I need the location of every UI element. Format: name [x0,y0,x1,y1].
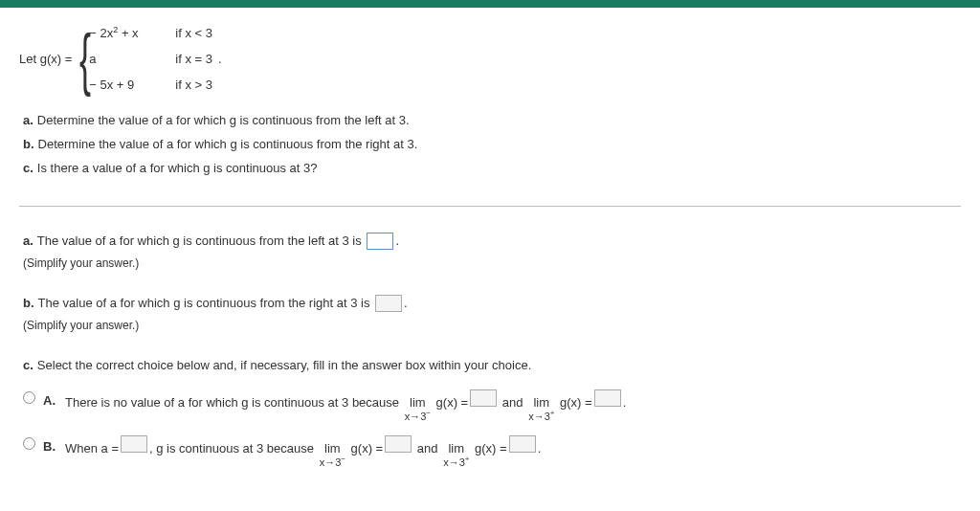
choice-a-radio[interactable] [23,391,35,404]
lim-func: g(x) = [560,391,592,413]
and-text: and [502,391,523,413]
and-text: and [417,437,438,459]
case-cond: if x < 3 [175,26,212,40]
choice-b-label: B. [43,435,56,457]
choice-a-lim1-input[interactable] [470,389,497,407]
choice-b-body: When a = , g is continuous at 3 because … [65,435,541,468]
lim-func: g(x) = [436,391,469,413]
case-cond: if x = 3 [175,52,212,66]
choice-b-pre2: , g is continuous at 3 because [149,437,314,459]
left-brace: { [79,24,91,93]
question-a: a.Determine the value of a for which g i… [23,111,961,131]
lim-top: lim [324,442,341,455]
lim-bot: x→3− [320,455,345,468]
answer-b: b.The value of a for which g is continuo… [23,292,961,337]
limit-right: lim x→3+ [443,442,469,468]
case-row-3: − 5x + 9 if x > 3 [89,78,212,92]
period: . [395,233,399,248]
choice-a-pre: There is no value of a for which g is co… [65,391,399,413]
case-expr: − 2x2 + x [89,25,166,40]
period: . [538,437,542,459]
question-text: Determine the value of a for which g is … [38,137,418,151]
content-area: Let g(x) = { − 2x2 + x if x < 3 a if x =… [0,8,980,511]
choice-b-lim1-input[interactable] [385,435,412,453]
question-list: a.Determine the value of a for which g i… [23,111,961,178]
period: . [623,391,627,413]
divider [19,206,961,207]
choice-a-body: There is no value of a for which g is co… [65,389,626,422]
piecewise-brace: { − 2x2 + x if x < 3 a if x = 3 − 5x + 9… [78,19,212,98]
answer-a: a.The value of a for which g is continuo… [23,230,961,275]
case-expr: a [89,52,166,66]
lim-func: g(x) = [475,437,507,459]
choice-a-row: A. There is no value of a for which g is… [23,389,961,422]
question-b: b.Determine the value of a for which g i… [23,135,961,155]
lim-top: lim [533,396,549,410]
limit-left: lim x→3− [405,396,431,422]
choice-b-pre1: When a = [65,437,119,459]
lim-bot: x→3+ [528,410,554,422]
answer-text: The value of a for which g is continuous… [37,233,362,248]
case-expr: − 5x + 9 [89,78,166,92]
answer-b-hint: (Simplify your answer.) [23,316,961,337]
period: . [404,296,408,310]
lim-bot: x→3− [405,410,431,422]
limit-right: lim x→3+ [528,396,554,422]
lim-top: lim [448,442,464,455]
lim-bot: x→3+ [443,455,469,468]
limit-left: lim x→3− [320,442,345,468]
answer-b-input[interactable] [375,295,402,312]
question-text: Determine the value of a for which g is … [37,113,410,127]
case-row-1: − 2x2 + x if x < 3 [89,25,212,40]
question-text: Is there a value of a for which g is con… [37,161,318,175]
choice-b-a-input[interactable] [121,435,147,453]
lim-top: lim [410,396,426,410]
function-definition: Let g(x) = { − 2x2 + x if x < 3 a if x =… [19,19,961,98]
answer-text: Select the correct choice below and, if … [37,358,531,372]
choice-a-label: A. [43,389,56,411]
piecewise-cases: − 2x2 + x if x < 3 a if x = 3 − 5x + 9 i… [89,19,212,98]
question-c: c.Is there a value of a for which g is c… [23,159,961,179]
case-cond: if x > 3 [175,78,212,92]
answer-a-hint: (Simplify your answer.) [23,254,961,275]
choice-a-lim2-input[interactable] [594,389,621,407]
choice-b-lim2-input[interactable] [509,435,536,453]
answer-section: a.The value of a for which g is continuo… [23,230,961,468]
choice-b-row: B. When a = , g is continuous at 3 becau… [23,435,961,468]
choice-b-radio[interactable] [23,437,35,450]
answer-text: The value of a for which g is continuous… [38,296,370,310]
lim-func: g(x) = [351,437,384,459]
answer-a-input[interactable] [367,233,393,250]
case-row-2: a if x = 3 [89,52,212,66]
answer-c: c.Select the correct choice below and, i… [23,354,961,468]
period: . [218,52,222,66]
top-bar [0,0,980,8]
let-text: Let g(x) = [19,52,72,66]
